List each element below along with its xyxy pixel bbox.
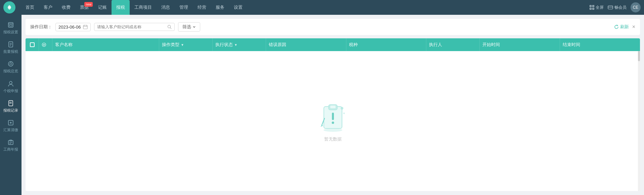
filter-button[interactable]: 筛选 bbox=[178, 22, 200, 32]
tax-overview-label: 报税总览 bbox=[3, 69, 18, 73]
nav-settings[interactable]: 设置 bbox=[229, 0, 247, 15]
th-checkbox[interactable] bbox=[26, 38, 39, 51]
nav-billing[interactable]: 收费 bbox=[57, 0, 75, 15]
table-scrollbar[interactable] bbox=[638, 51, 640, 191]
svg-rect-42 bbox=[332, 113, 334, 120]
empty-text: 暂无数据 bbox=[324, 136, 342, 142]
content-area: 操作日期： 2023-06-06 筛选 bbox=[22, 15, 644, 195]
calendar-icon bbox=[83, 25, 88, 29]
tax-record-icon bbox=[7, 99, 15, 107]
personal-tax-label: 个税申报 bbox=[3, 89, 18, 93]
close-button[interactable]: × bbox=[632, 24, 635, 30]
svg-point-46 bbox=[341, 107, 343, 110]
calc-remit-icon bbox=[7, 119, 15, 127]
refresh-icon bbox=[614, 25, 619, 29]
nav-items: 首页 客户 收费 票据 new 记账 报税 工商项目 消息 管理 经营 服务 设… bbox=[21, 0, 590, 15]
sidebar-item-batch-tax[interactable]: 批量报税 bbox=[0, 38, 22, 56]
settings-icon bbox=[42, 42, 46, 47]
svg-rect-6 bbox=[608, 6, 613, 9]
search-icon bbox=[167, 25, 172, 29]
op-type-filter-icon: ▼ bbox=[181, 43, 184, 47]
search-box[interactable] bbox=[94, 23, 175, 31]
svg-rect-3 bbox=[593, 5, 594, 7]
filter-date-label: 操作日期： bbox=[30, 24, 52, 30]
main-layout: 报税设置 批量报税 报税总览 bbox=[0, 15, 644, 195]
nav-customer[interactable]: 客户 bbox=[39, 0, 57, 15]
date-picker[interactable]: 2023-06-06 bbox=[55, 23, 91, 31]
nav-finance[interactable]: 经营 bbox=[193, 0, 211, 15]
svg-point-37 bbox=[42, 43, 46, 47]
select-all-checkbox[interactable] bbox=[30, 42, 35, 47]
fullscreen-icon bbox=[590, 5, 594, 10]
sidebar-item-tax-overview[interactable]: 报税总览 bbox=[0, 57, 22, 76]
th-settings[interactable] bbox=[39, 38, 52, 51]
svg-point-47 bbox=[343, 113, 345, 114]
tax-overview-icon bbox=[7, 60, 15, 68]
exec-status-filter-icon: ▼ bbox=[234, 43, 238, 47]
invoice-badge: new bbox=[84, 2, 93, 7]
user-avatar[interactable]: CE bbox=[631, 2, 641, 12]
sidebar-item-calc-remit[interactable]: 汇算清缴 bbox=[0, 116, 22, 135]
annual-report-icon bbox=[7, 138, 15, 146]
search-input[interactable] bbox=[97, 25, 166, 29]
nav-bookkeeping[interactable]: 记账 bbox=[93, 0, 112, 15]
th-executor: 执行人 bbox=[426, 38, 480, 51]
svg-point-35 bbox=[168, 25, 170, 28]
svg-rect-10 bbox=[9, 25, 12, 26]
svg-rect-2 bbox=[590, 5, 591, 7]
svg-point-1 bbox=[8, 6, 10, 8]
sidebar-item-annual-report[interactable]: 工商年报 bbox=[0, 135, 22, 154]
fullscreen-button[interactable]: 全屏 bbox=[590, 5, 604, 10]
nav-home[interactable]: 首页 bbox=[21, 0, 39, 15]
th-start-time: 开始时间 bbox=[480, 38, 560, 51]
tax-settings-label: 报税设置 bbox=[3, 30, 18, 34]
sidebar-item-tax-record[interactable]: 报税记录 bbox=[0, 96, 22, 115]
table-header: 客户名称 操作类型 ▼ 执行状态 ▼ 错误原因 税种 执行人 bbox=[26, 38, 640, 51]
batch-tax-icon bbox=[7, 40, 15, 48]
scrollbar-thumb[interactable] bbox=[638, 51, 640, 61]
app-logo[interactable] bbox=[3, 1, 15, 13]
top-navigation: 首页 客户 收费 票据 new 记账 报税 工商项目 消息 管理 经营 服务 设… bbox=[0, 0, 644, 15]
svg-point-43 bbox=[332, 122, 334, 124]
filter-bar: 操作日期： 2023-06-06 筛选 bbox=[26, 19, 640, 35]
svg-rect-41 bbox=[330, 106, 336, 108]
top-nav-right: 全屏 畅会员 CE bbox=[590, 2, 641, 12]
data-table: 客户名称 操作类型 ▼ 执行状态 ▼ 错误原因 税种 执行人 bbox=[26, 38, 640, 191]
sidebar-item-tax-settings[interactable]: 报税设置 bbox=[0, 18, 22, 37]
svg-point-23 bbox=[9, 103, 10, 104]
nav-tax[interactable]: 报税 bbox=[112, 0, 130, 15]
nav-bizproject[interactable]: 工商项目 bbox=[130, 0, 157, 15]
annual-report-label: 工商年报 bbox=[3, 147, 18, 152]
th-error-reason: 错误原因 bbox=[266, 38, 346, 51]
refresh-button[interactable]: 刷新 bbox=[614, 24, 629, 30]
batch-tax-label: 批量报税 bbox=[3, 49, 18, 54]
nav-invoice[interactable]: 票据 new bbox=[75, 0, 93, 15]
sidebar: 报税设置 批量报税 报税总览 bbox=[0, 15, 22, 195]
member-icon bbox=[608, 5, 613, 10]
date-value: 2023-06-06 bbox=[58, 25, 81, 30]
member-button[interactable]: 畅会员 bbox=[608, 5, 627, 10]
nav-message[interactable]: 消息 bbox=[157, 0, 175, 15]
svg-point-18 bbox=[9, 81, 12, 84]
tax-record-label: 报税记录 bbox=[3, 108, 18, 113]
personal-tax-icon bbox=[7, 80, 15, 88]
th-customer: 客户名称 bbox=[52, 38, 159, 51]
svg-line-36 bbox=[170, 28, 171, 29]
svg-rect-31 bbox=[83, 25, 87, 29]
svg-point-38 bbox=[43, 44, 45, 45]
svg-rect-4 bbox=[590, 8, 591, 9]
chevron-down-icon bbox=[192, 25, 196, 29]
empty-state: 暂无数据 bbox=[318, 100, 348, 142]
svg-marker-45 bbox=[320, 125, 323, 127]
tax-settings-icon bbox=[7, 21, 15, 29]
nav-service[interactable]: 服务 bbox=[211, 0, 229, 15]
sidebar-item-personal-tax[interactable]: 个税申报 bbox=[0, 77, 22, 96]
svg-point-16 bbox=[10, 63, 12, 65]
svg-rect-5 bbox=[593, 8, 594, 9]
th-op-type[interactable]: 操作类型 ▼ bbox=[159, 38, 213, 51]
th-exec-status[interactable]: 执行状态 ▼ bbox=[213, 38, 266, 51]
empty-illustration bbox=[318, 100, 348, 133]
nav-manage[interactable]: 管理 bbox=[175, 0, 193, 15]
th-tax-type: 税种 bbox=[346, 38, 427, 51]
svg-point-22 bbox=[9, 102, 10, 103]
